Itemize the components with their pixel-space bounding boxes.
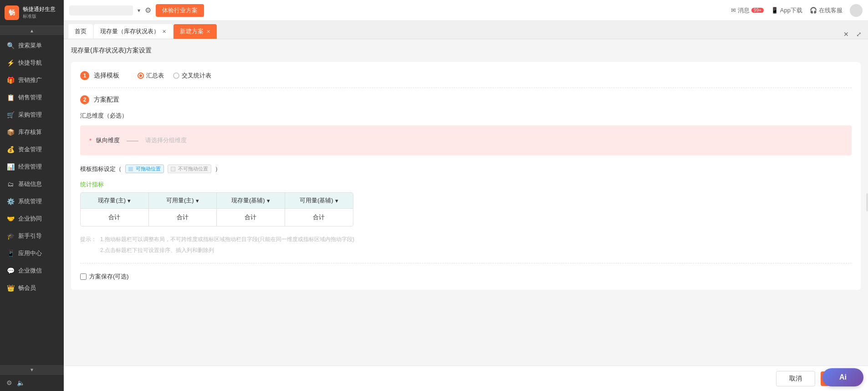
sidebar-item-inventory[interactable]: 📦 库存核算 [0, 123, 64, 141]
window-controls: ✕ ⤢ [842, 30, 863, 39]
sidebar-item-label: 新手引导 [18, 232, 42, 240]
topbar-search-input[interactable] [69, 5, 133, 15]
tip-item-2: 提示： 2.点击标题栏下拉可设置排序、插入列和删除列 [80, 245, 852, 256]
sidebar-scroll-down[interactable]: ▼ [0, 365, 64, 374]
radio-cross-label: 交叉统计表 [182, 72, 211, 80]
table-header-col1[interactable]: 现存量(主) ▾ [81, 193, 149, 208]
topbar-app-download[interactable]: 📱 App下载 [771, 6, 802, 15]
radio-summary-label: 汇总表 [146, 72, 164, 80]
sidebar-item-wechat[interactable]: 💬 企业微信 [0, 262, 64, 279]
section1-header: 1 选择模板 汇总表 交叉统计表 [80, 71, 852, 80]
tip-item-1: 提示： 1.拖动标题栏可以调整布局，不可跨维度或指标区域拖动栏目字段(只能在同一… [80, 234, 852, 245]
settings-footer-btn[interactable]: ⚙ [6, 379, 12, 386]
save-divider [80, 263, 852, 263]
table-cell-row1-col2: 合计 [149, 209, 217, 226]
sidebar-item-purchase[interactable]: 🛒 采购管理 [0, 106, 64, 123]
sidebar-item-label: 应用中心 [18, 249, 42, 257]
message-label: 消息 [738, 6, 750, 15]
ai-fab-button[interactable]: Ai [822, 368, 863, 386]
section1-title: 选择模板 [94, 72, 119, 80]
sidebar-item-basic[interactable]: 🗂 基础信息 [0, 175, 64, 193]
sidebar-item-sales[interactable]: 📋 销售管理 [0, 89, 64, 106]
tab-new-plan-label: 新建方案 [180, 27, 204, 36]
table-header-col3[interactable]: 现存量(基辅) ▾ [217, 193, 285, 208]
guide-icon: 🎓 [6, 232, 15, 240]
topbar-settings-btn[interactable]: ⚙ [145, 6, 151, 15]
info-icon: 🗂 [6, 180, 15, 188]
save-option: 方案保存(可选) [80, 273, 852, 281]
tabs-bar: 首页 现存量（库存状况表） ✕ 新建方案 ✕ ✕ ⤢ [64, 21, 868, 39]
dimension-required: * [89, 137, 92, 144]
table-cell-row1-col4: 合计 [285, 209, 353, 226]
system-icon: ⚙️ [6, 197, 15, 206]
sidebar-item-label: 库存核算 [18, 128, 42, 136]
section1: 1 选择模板 汇总表 交叉统计表 2 方案配置 [71, 62, 861, 290]
tab-inventory-status[interactable]: 现存量（库存状况表） ✕ [94, 24, 173, 39]
window-close-btn[interactable]: ✕ [842, 30, 851, 39]
radio-summary[interactable]: 汇总表 [138, 72, 164, 80]
box-icon: 📦 [6, 128, 15, 136]
sidebar-item-label: 快捷导航 [18, 59, 42, 67]
dropdown-icon-col1: ▾ [128, 197, 131, 204]
app-logo: 畅 畅捷通好生意 标准版 [0, 0, 64, 26]
topbar-trial-btn[interactable]: 体验行业方案 [156, 4, 204, 17]
tab-inventory-close[interactable]: ✕ [162, 29, 166, 35]
topbar-message[interactable]: ✉ 消息 99+ [731, 6, 764, 15]
sidebar-nav: 🔍 搜索菜单 ⚡ 快捷导航 🎁 营销推广 📋 销售管理 🛒 采购管理 📦 库存核… [0, 35, 64, 365]
sidebar-item-label: 搜索菜单 [18, 41, 42, 50]
table-header-col2[interactable]: 可用量(主) ▾ [149, 193, 217, 208]
sidebar-item-label: 企业协同 [18, 215, 42, 223]
sidebar-item-label: 畅会员 [18, 284, 36, 292]
wechat-icon: 💬 [6, 267, 15, 275]
cancel-button[interactable]: 取消 [776, 371, 815, 386]
sidebar-item-label: 采购管理 [18, 111, 42, 119]
radio-summary-dot [138, 72, 144, 79]
sidebar-item-business[interactable]: 📊 经营管理 [0, 158, 64, 175]
sidebar-item-label: 基础信息 [18, 180, 42, 188]
topbar: ▾ ⚙ 体验行业方案 ✉ 消息 99+ 📱 App下载 🎧 在线客服 [64, 0, 868, 21]
user-avatar[interactable] [850, 4, 863, 17]
sidebar-item-member[interactable]: 👑 畅会员 [0, 279, 64, 297]
tab-new-plan[interactable]: 新建方案 ✕ [174, 24, 217, 39]
sidebar-scroll-up[interactable]: ▲ [0, 26, 64, 35]
radio-cross[interactable]: 交叉统计表 [173, 72, 211, 80]
table-cell-row1-col1: 合计 [81, 209, 149, 226]
sidebar-item-search[interactable]: 🔍 搜索菜单 [0, 37, 64, 54]
sidebar-item-marketing[interactable]: 🎁 营销推广 [0, 72, 64, 89]
section-divider [80, 87, 852, 88]
sidebar-item-finance[interactable]: 💰 资金管理 [0, 141, 64, 158]
dropdown-icon-col3: ▾ [267, 197, 270, 204]
page-title: 现存量(库存状况表)方案设置 [71, 46, 861, 55]
save-checkbox[interactable] [80, 273, 87, 280]
sidebar-item-guide[interactable]: 🎓 新手引导 [0, 227, 64, 245]
search-icon: 🔍 [6, 41, 15, 50]
topbar-online-service[interactable]: 🎧 在线客服 [810, 6, 842, 15]
sidebar-item-label: 资金管理 [18, 145, 42, 154]
topbar-right: ✉ 消息 99+ 📱 App下载 🎧 在线客服 [731, 4, 863, 17]
section2-num: 2 [80, 95, 89, 104]
table-header-col4[interactable]: 可用量(基辅) ▾ [285, 193, 353, 208]
table-header-row: 现存量(主) ▾ 可用量(主) ▾ 现存量(基辅) ▾ 可用量(基辅) ▾ [81, 193, 353, 208]
main-area: ▾ ⚙ 体验行业方案 ✉ 消息 99+ 📱 App下载 🎧 在线客服 首页 [64, 0, 868, 391]
gift-icon: 🎁 [6, 76, 15, 84]
resize-handle[interactable] [866, 193, 868, 211]
topbar-dropdown-btn[interactable]: ▾ [138, 7, 140, 14]
stats-table: 现存量(主) ▾ 可用量(主) ▾ 现存量(基辅) ▾ 可用量(基辅) ▾ [80, 192, 353, 226]
apps-icon: 📱 [6, 249, 15, 257]
handshake-icon: 🤝 [6, 215, 15, 223]
dimension-area[interactable]: * 纵向维度 —— 请选择分组维度 [80, 125, 852, 155]
sidebar-item-quick-nav[interactable]: ⚡ 快捷导航 [0, 54, 64, 72]
section2-header: 2 方案配置 [80, 95, 852, 104]
tab-new-plan-close[interactable]: ✕ [206, 29, 210, 35]
sidebar-item-apps[interactable]: 📱 应用中心 [0, 245, 64, 262]
tab-home[interactable]: 首页 [68, 24, 93, 39]
money-icon: 💰 [6, 145, 15, 154]
content-area: 现存量(库存状况表)方案设置 1 选择模板 汇总表 交叉统计表 [64, 39, 868, 365]
sidebar-item-system[interactable]: ⚙️ 系统管理 [0, 193, 64, 210]
message-icon: ✉ [731, 7, 736, 14]
dimension-placeholder: 请选择分组维度 [145, 136, 187, 144]
section1-num: 1 [80, 71, 89, 80]
sidebar-item-agreement[interactable]: 🤝 企业协同 [0, 210, 64, 227]
window-expand-btn[interactable]: ⤢ [854, 30, 863, 39]
volume-footer-btn[interactable]: 🔈 [17, 379, 25, 386]
